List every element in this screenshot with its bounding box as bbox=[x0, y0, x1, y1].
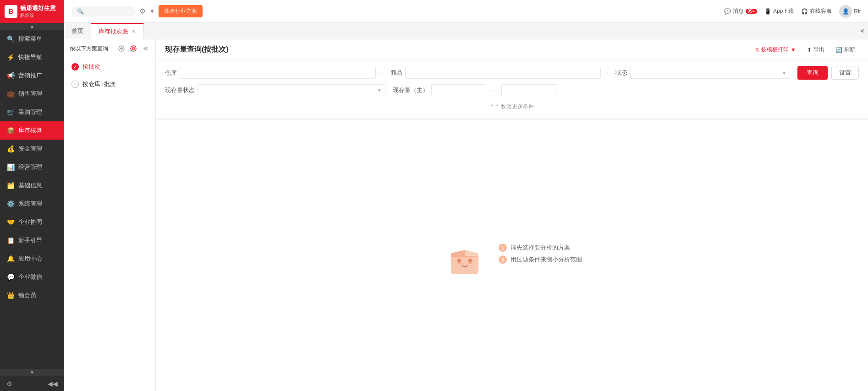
print-button[interactable]: 🖨 按模板打印 ▼ bbox=[750, 44, 800, 55]
plan-item-by-warehouse-batch[interactable]: ○ 按仓库+批次 bbox=[64, 76, 155, 93]
search-bar-icon: 🔍 bbox=[77, 8, 84, 15]
export-button[interactable]: ⬆ 导出 bbox=[803, 44, 828, 55]
collapse-sidebar-icon[interactable]: ◀◀ bbox=[48, 380, 58, 387]
print-label: 按模板打印 bbox=[761, 46, 789, 54]
scroll-up-btn[interactable]: ▲ bbox=[0, 23, 64, 30]
settings-icon[interactable]: ⚙ bbox=[139, 7, 146, 16]
scroll-down-btn[interactable]: ▼ bbox=[0, 369, 64, 376]
app-name: 畅康通好生意 bbox=[20, 5, 56, 12]
trial-btn[interactable]: 体验行业方案 bbox=[159, 5, 203, 17]
plan-by-warehouse-batch-label: 按仓库+批次 bbox=[82, 80, 116, 88]
svg-marker-7 bbox=[465, 250, 478, 256]
right-content: 现存量查询(按批次) 🖨 按模板打印 ▼ ⬆ 导出 🔄 刷新 bbox=[156, 39, 868, 391]
empty-tip-2: 2 用过滤条件来缩小分析范围 bbox=[499, 255, 582, 264]
finance-icon: 💰 bbox=[6, 145, 15, 153]
app-download-action[interactable]: 📱 App下载 bbox=[764, 7, 794, 15]
inventory-amount-min-input[interactable] bbox=[431, 84, 486, 96]
sidebar-item-marketing[interactable]: 📢 营销推广 bbox=[0, 66, 64, 85]
system-icon: ⚙️ bbox=[6, 200, 15, 208]
product-input[interactable] bbox=[405, 67, 601, 79]
sidebar-item-label: 库存核算 bbox=[18, 126, 42, 135]
inventory-icon: 📦 bbox=[6, 126, 15, 135]
filter-product-group: 商品 ··· bbox=[390, 67, 609, 79]
sidebar: B 畅康通好生意 标准版 ▲ 🔍 搜索菜单 ⚡ 快捷导航 📢 营销推广 💼 销售… bbox=[0, 0, 64, 391]
collapse-up-icon: ⌃⌃ bbox=[490, 103, 499, 110]
query-button[interactable]: 查询 bbox=[797, 66, 828, 80]
inventory-amount-max-input[interactable] bbox=[501, 84, 556, 96]
member-icon: 👑 bbox=[6, 291, 15, 299]
plan-active-indicator: ✓ bbox=[71, 63, 79, 71]
app-logo: B bbox=[5, 5, 17, 18]
header-right: 💬 消息 99+ 📱 App下载 🎧 在线客服 👤 Rit bbox=[724, 5, 861, 18]
collapse-panel-button[interactable] bbox=[141, 44, 150, 53]
message-action[interactable]: 💬 消息 99+ bbox=[724, 7, 757, 15]
tip-text-1: 请先选择要分析的方案 bbox=[511, 244, 570, 252]
sidebar-item-search[interactable]: 🔍 搜索菜单 bbox=[0, 30, 64, 48]
sidebar-item-quick-nav[interactable]: ⚡ 快捷导航 bbox=[0, 48, 64, 66]
tab-inventory-batch[interactable]: 库存批次账 × bbox=[91, 23, 144, 39]
warehouse-more-icon[interactable]: ··· bbox=[379, 70, 383, 76]
refresh-label: 刷新 bbox=[844, 46, 855, 54]
sidebar-item-sales[interactable]: 💼 销售管理 bbox=[0, 85, 64, 103]
svg-point-3 bbox=[131, 46, 136, 51]
sidebar-nav: 🔍 搜索菜单 ⚡ 快捷导航 📢 营销推广 💼 销售管理 🛒 采购管理 📦 库存核… bbox=[0, 30, 64, 369]
tab-home[interactable]: 首页 bbox=[64, 23, 91, 39]
close-page-button[interactable]: × bbox=[860, 27, 864, 35]
warehouse-label: 仓库 bbox=[165, 69, 177, 77]
sidebar-item-label: 企业协同 bbox=[18, 218, 42, 226]
sidebar-item-enterprise-wechat[interactable]: 💬 企业微信 bbox=[0, 268, 64, 286]
message-icon: 💬 bbox=[724, 8, 731, 15]
status-select-wrapper: ▼ bbox=[630, 67, 790, 79]
tab-inventory-batch-label: 库存批次账 bbox=[99, 27, 128, 36]
search-icon: 🔍 bbox=[6, 35, 15, 43]
sidebar-item-newbie-guide[interactable]: 📋 新手引导 bbox=[0, 231, 64, 250]
sidebar-item-basics[interactable]: 🗂️ 基础信息 bbox=[0, 176, 64, 195]
sidebar-item-operations[interactable]: 📊 经营管理 bbox=[0, 158, 64, 176]
menu-search-bar[interactable]: 🔍 bbox=[71, 6, 136, 16]
sidebar-item-label: 搜索菜单 bbox=[18, 35, 42, 43]
svg-point-11 bbox=[469, 260, 471, 261]
filter-inventory-amount-group: 现存量（主） — bbox=[393, 84, 613, 96]
add-plan-button[interactable] bbox=[117, 44, 126, 53]
filter-inventory-status-group: 现存量状态 ▼ bbox=[165, 84, 385, 96]
headset-icon: 🎧 bbox=[801, 8, 808, 15]
message-label: 消息 bbox=[733, 7, 744, 15]
online-service-label: 在线客服 bbox=[810, 7, 832, 15]
status-select[interactable] bbox=[630, 67, 790, 79]
tab-bar: 首页 库存批次账 × × bbox=[64, 23, 868, 39]
export-icon: ⬆ bbox=[807, 47, 812, 53]
product-more-icon[interactable]: ··· bbox=[604, 70, 608, 76]
tip-text-2: 用过滤条件来缩小分析范围 bbox=[511, 255, 582, 264]
inventory-status-select[interactable] bbox=[198, 84, 385, 96]
content-area: 按以下方案查询 bbox=[64, 39, 868, 391]
sidebar-item-system[interactable]: ⚙️ 系统管理 bbox=[0, 195, 64, 213]
sidebar-item-finance[interactable]: 💰 资金管理 bbox=[0, 140, 64, 158]
user-action[interactable]: 👤 Rit bbox=[839, 5, 861, 18]
plan-item-by-batch[interactable]: ✓ 按批次 bbox=[64, 58, 155, 76]
left-panel: 按以下方案查询 bbox=[64, 39, 156, 391]
manage-plan-button[interactable] bbox=[129, 44, 138, 53]
sidebar-item-inventory[interactable]: 📦 库存核算 bbox=[0, 121, 64, 140]
tab-close-button[interactable]: × bbox=[131, 28, 136, 35]
left-panel-actions bbox=[117, 44, 150, 53]
sidebar-item-purchase[interactable]: 🛒 采购管理 bbox=[0, 103, 64, 121]
svg-point-10 bbox=[458, 260, 460, 261]
settings-footer-icon[interactable]: ⚙ bbox=[6, 380, 12, 387]
dropdown-icon[interactable]: ▼ bbox=[149, 8, 155, 15]
warehouse-input[interactable] bbox=[180, 67, 376, 79]
top-header: 🔍 ⚙ ▼ 体验行业方案 💬 消息 99+ 📱 App下载 🎧 在线客服 bbox=[64, 0, 868, 23]
sidebar-item-member[interactable]: 👑 畅会员 bbox=[0, 286, 64, 304]
sidebar-header: B 畅康通好生意 标准版 bbox=[0, 0, 64, 23]
collapse-filter-button[interactable]: ⌃⌃ 收起更多条件 bbox=[165, 101, 859, 112]
quick-nav-icon: ⚡ bbox=[6, 53, 15, 61]
left-panel-header: 按以下方案查询 bbox=[64, 39, 155, 58]
sidebar-item-label: 新手引导 bbox=[18, 236, 42, 244]
tip-num-2: 2 bbox=[499, 255, 507, 264]
sidebar-item-app-center[interactable]: 🔔 应用中心 bbox=[0, 250, 64, 268]
sidebar-item-enterprise-collab[interactable]: 🤝 企业协同 bbox=[0, 213, 64, 231]
refresh-button[interactable]: 🔄 刷新 bbox=[832, 44, 859, 55]
settings-button[interactable]: 设置 bbox=[831, 66, 859, 80]
product-label: 商品 bbox=[390, 69, 402, 77]
sidebar-item-label: 销售管理 bbox=[18, 90, 42, 98]
online-service-action[interactable]: 🎧 在线客服 bbox=[801, 7, 832, 15]
